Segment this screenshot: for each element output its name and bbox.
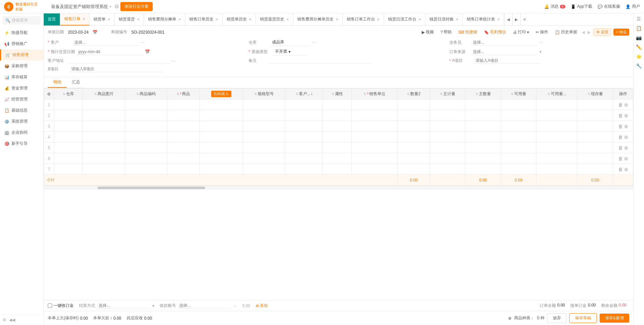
sidebar-item-base-info[interactable]: 📋 基础信息 [0, 105, 43, 116]
row-delete-icon[interactable]: 🗑 [618, 145, 623, 151]
sidebar-item-marketing[interactable]: 📢 营销推广 [0, 38, 43, 49]
cell-image[interactable] [83, 99, 125, 110]
warehouse-dots-icon[interactable]: ··· [312, 40, 316, 45]
row-delete-icon[interactable]: 🗑 [618, 156, 623, 161]
add-payment-button[interactable]: ⊕ 添加 [256, 303, 268, 309]
sidebar-item-finance[interactable]: 💰 资金管理 [0, 83, 43, 94]
customer-input[interactable] [72, 39, 140, 46]
cell-sku[interactable] [125, 99, 167, 110]
scan-input-button[interactable]: 扫码录入 [211, 91, 231, 97]
cell-stock[interactable] [577, 99, 613, 110]
delivery-input[interactable] [76, 49, 144, 55]
staff-dots-icon[interactable]: ··· [539, 40, 543, 45]
tab-sales-stats[interactable]: 销售订单统计表 ✕ [463, 13, 504, 26]
tab-daily-workbench[interactable]: 钱货日清工作台 ✕ [384, 13, 425, 26]
calendar-icon[interactable]: 📅 [92, 30, 98, 35]
row-copy-icon[interactable]: ⊕ [624, 145, 628, 151]
add-material-button[interactable]: + 物流 [613, 29, 629, 36]
row-delete-icon[interactable]: 🗑 [618, 124, 623, 129]
row-copy-icon[interactable]: ⊕ [624, 113, 628, 118]
tab-fee-history[interactable]: 销售费用分摊单历史 ✕ [293, 13, 343, 26]
order-source-input[interactable] [471, 49, 538, 55]
tab-sales-fee[interactable]: 销售费用分摊单 ✕ [144, 13, 185, 26]
right-panel-tool-icon[interactable]: 🔧 [635, 62, 643, 70]
tab-return-history[interactable]: 销货退货历史 ✕ [256, 13, 293, 26]
horizontal-scrollbar[interactable] [44, 186, 633, 190]
tab-sales-order-history[interactable]: 销售订单历史 ✕ [185, 13, 223, 26]
tab-daily-reconcile[interactable]: 钱货日清对账 ✕ [425, 13, 463, 26]
row-copy-icon[interactable]: ⊕ [624, 124, 628, 129]
account-dots-icon[interactable]: ··· [233, 303, 237, 309]
tab-bill-history[interactable]: 销货单历史 ✕ [223, 13, 256, 26]
discard-button[interactable]: 放弃 [547, 313, 567, 323]
view-button[interactable]: ▶ 视频 [420, 29, 436, 36]
tab-sales-return[interactable]: 销货退货 ✕ [115, 13, 144, 26]
notification-button[interactable]: 🔔 消息 9 [544, 4, 565, 9]
sidebar-item-purchase[interactable]: 📦 采购管理 [0, 60, 43, 72]
one-click-checkbox[interactable]: 一键收订金 [48, 303, 74, 309]
account-input[interactable] [177, 302, 232, 309]
app-download-button[interactable]: 📱 App下载 [571, 4, 592, 9]
tab-sales-order[interactable]: 销售订单 ✕ [60, 13, 89, 26]
a-project-input[interactable] [473, 57, 541, 64]
staff-input[interactable] [471, 39, 538, 46]
cell-available2[interactable] [536, 99, 577, 110]
payment-input[interactable] [97, 302, 151, 309]
sidebar-collapse-icon[interactable]: ◀◀ [9, 318, 15, 322]
delivery-calendar-icon[interactable]: 📅 [145, 49, 150, 54]
user-menu-button[interactable]: 👤 用户 [626, 4, 640, 9]
sidebar-search[interactable]: 🔍 搜索菜单 [3, 16, 41, 25]
help-button[interactable]: ? 帮助 [439, 29, 454, 36]
right-panel-clipboard-icon[interactable]: 📋 [635, 24, 643, 32]
sidebar-settings-icon[interactable]: ⚙ [3, 318, 6, 322]
profit-button[interactable]: 🔖 毛利预估 [482, 29, 508, 36]
cell-scan[interactable] [199, 99, 243, 110]
tab-sales-bill[interactable]: 销货单 ✕ [89, 13, 115, 26]
print-button[interactable]: 🖨 打印 ▾ [511, 29, 531, 36]
sidebar-item-system[interactable]: ⚙️ 系统管理 [0, 116, 43, 127]
sidebar-item-guide[interactable]: 🎯 新手引导 [0, 138, 43, 149]
tab-expand-button[interactable]: ✕ [520, 13, 528, 26]
row-copy-icon[interactable]: ⊕ [624, 156, 628, 161]
right-panel-edit-icon[interactable]: ✏️ [635, 43, 643, 51]
right-panel-star-icon[interactable]: ⭐ [635, 52, 643, 60]
tab-next-button[interactable]: ▶ [512, 13, 520, 26]
online-service-button[interactable]: 💬 在线客服 [598, 4, 620, 9]
tab-detail[interactable]: 明细 [48, 77, 67, 88]
remark-input[interactable] [270, 57, 371, 64]
industry-solution-button[interactable]: 体验行业方案 [120, 2, 153, 11]
customer-address-input[interactable] [69, 57, 170, 64]
tab-order-workbench[interactable]: 销售订单工作台 ✕ [343, 13, 384, 26]
history-button[interactable]: 📋 历史单据 [553, 29, 579, 36]
cell-customer-sku[interactable] [285, 99, 323, 110]
settings-button[interactable]: ⚙ 设置 [593, 28, 611, 36]
cell-attr[interactable] [323, 99, 351, 110]
col-scan[interactable]: 扫码录入 [199, 89, 243, 99]
row-delete-icon[interactable]: 🗑 [618, 167, 623, 172]
b-project-input[interactable] [69, 66, 163, 72]
sidebar-item-inventory[interactable]: 📊 库存核算 [0, 72, 43, 83]
cell-available[interactable] [501, 99, 536, 110]
sidebar-item-operations[interactable]: 📈 经营管理 [0, 94, 43, 105]
sidebar-item-quick-nav[interactable]: ⚡ 快捷导航 [0, 27, 43, 38]
right-panel-photo-icon[interactable]: 📷 [635, 34, 643, 42]
row-copy-icon[interactable]: ⊕ [624, 102, 628, 108]
tab-summary[interactable]: 汇总 [67, 77, 85, 88]
cell-product[interactable] [167, 99, 200, 110]
cell-unit[interactable] [351, 99, 397, 110]
cell-warehouse[interactable] [54, 99, 83, 110]
right-panel-grid-icon[interactable]: ☰ [635, 15, 643, 23]
tab-home[interactable]: 首页 [44, 13, 60, 26]
address-dots-icon[interactable]: ··· [172, 58, 176, 64]
cell-spec[interactable] [243, 99, 285, 110]
row-copy-icon[interactable]: ⊕ [624, 167, 628, 172]
row-copy-icon[interactable]: ⊕ [624, 134, 628, 140]
customer-dots-icon[interactable]: ··· [141, 40, 145, 45]
operation-button[interactable]: ✏ 操作 [534, 29, 550, 36]
sidebar-item-enterprise[interactable]: 🏢 企业协同 [0, 127, 43, 138]
save-draft-button[interactable]: 保存草稿 [569, 313, 597, 323]
save-new-button[interactable]: 保存&新增 [600, 314, 629, 323]
invoice-select[interactable]: 不开票 ▾ [273, 48, 307, 55]
tab-prev-button[interactable]: ◀ [504, 13, 512, 26]
row-delete-icon[interactable]: 🗑 [618, 134, 623, 140]
